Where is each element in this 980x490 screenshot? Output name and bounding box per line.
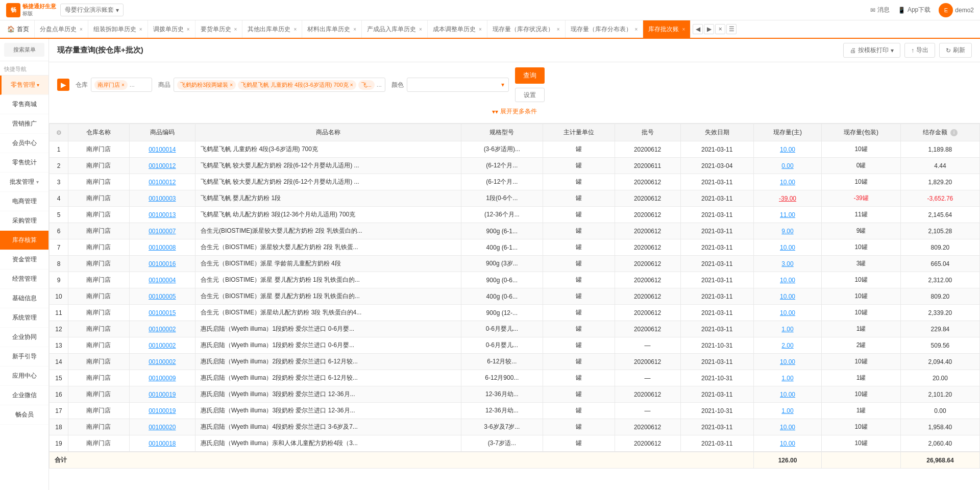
remove-product-tag-2-icon[interactable]: × <box>350 82 353 88</box>
col-settings[interactable]: ⚙ <box>50 124 68 141</box>
row-stock-main[interactable]: 10.00 <box>753 174 822 190</box>
tab-yaohuo[interactable]: 要货单历史 × <box>195 20 243 38</box>
sidebar-item-jingying[interactable]: 经营管理 <box>0 270 48 289</box>
row-stock-main[interactable]: 9.00 <box>753 223 822 239</box>
sidebar-item-qiyeweixin[interactable]: 企业微信 <box>0 386 48 405</box>
remove-warehouse-tag-icon[interactable]: × <box>121 82 125 88</box>
tab-menu-btn[interactable]: ☰ <box>726 24 737 34</box>
warehouse-filter-tags[interactable]: 南岸门店 × ... <box>91 78 152 92</box>
row-stock-main[interactable]: 1.00 <box>753 370 822 386</box>
message-btn[interactable]: ✉ 消息 <box>870 6 890 14</box>
product-filter-tags[interactable]: 飞鹤奶粉3段两罐装 × 飞鹤星飞帆 儿童奶粉 4段(3-6岁适用) 700克 ×… <box>174 78 385 92</box>
tab-home[interactable]: 🏠 首页 <box>2 20 35 38</box>
close-icon[interactable]: × <box>293 27 297 32</box>
close-icon[interactable]: × <box>682 27 685 32</box>
refresh-btn[interactable]: ↻ 刷新 <box>939 43 972 58</box>
tab-fenpan[interactable]: 分盘点单历史 × <box>35 20 88 38</box>
tab-xianzailiang1[interactable]: 现存量（库存状况表） × <box>487 20 566 38</box>
close-icon[interactable]: × <box>353 27 356 32</box>
search-menu-btn[interactable]: 搜索菜单 <box>4 43 44 57</box>
row-stock-main[interactable]: 10.00 <box>753 354 822 370</box>
tab-close-btn[interactable]: × <box>715 24 725 34</box>
sidebar-item-lingshangcheng[interactable]: 零售商城 <box>0 95 48 114</box>
warehouse-tag[interactable]: 南岸门店 × <box>94 80 128 90</box>
account-selector[interactable]: 母婴行业演示账套 ▾ <box>60 4 124 16</box>
tab-cailiaochu[interactable]: 材料出库单历史 × <box>302 20 362 38</box>
table-area: ⚙ 仓库名称 商品编码 商品名称 规格型号 主计量单位 批号 失效日期 现存量(… <box>49 124 980 490</box>
tab-zuhe[interactable]: 组装拆卸单历史 × <box>88 20 148 38</box>
row-stock-main[interactable]: 2.00 <box>753 337 822 354</box>
row-name: 合生元（BIOSTIME）派星 婴儿配方奶粉 1段 乳铁蛋白的... <box>195 272 461 288</box>
row-stock-main[interactable]: 0.00 <box>753 158 822 174</box>
sidebar-item-changyuan[interactable]: 畅会员 <box>0 405 48 425</box>
sidebar-item-dianshang[interactable]: 电商管理 <box>0 192 48 211</box>
tab-xianzailiang2[interactable]: 现存量（库存分布表） × <box>566 20 644 38</box>
row-no: 14 <box>50 354 68 370</box>
close-icon[interactable]: × <box>234 27 237 32</box>
settings-btn[interactable]: 设置 <box>515 88 545 102</box>
row-no: 7 <box>50 239 68 256</box>
filter-expand-toggle[interactable]: ▶ <box>57 79 69 91</box>
query-btn[interactable]: 查询 <box>515 67 545 84</box>
row-stock-main[interactable]: 3.00 <box>753 256 822 272</box>
product-tag-1[interactable]: 飞鹤奶粉3段两罐装 × <box>177 80 236 90</box>
row-stock-main[interactable]: 10.00 <box>753 288 822 305</box>
row-stock-main[interactable]: 10.00 <box>753 239 822 256</box>
close-icon[interactable]: × <box>419 27 422 32</box>
product-tag-2[interactable]: 飞鹤星飞帆 儿童奶粉 4段(3-6岁适用) 700克 × <box>238 80 356 90</box>
close-icon[interactable]: × <box>479 27 482 32</box>
table-row: 11 南岸门店 00100015 合生元（BIOSTIME）派星幼儿配方奶粉 3… <box>50 305 980 321</box>
tab-prev-btn[interactable]: ◀ <box>693 24 703 34</box>
row-name: 合生元(BIOSTIME)派星较大婴儿配方奶粉 2段 乳铁蛋白的... <box>195 223 461 239</box>
row-stock-main[interactable]: -39.00 <box>753 190 822 207</box>
close-icon[interactable]: × <box>139 27 142 32</box>
row-stock-main[interactable]: 1.00 <box>753 321 822 337</box>
settings-icon[interactable]: ⚙ <box>55 129 63 137</box>
sidebar-item-qiye[interactable]: 企业协同 <box>0 328 48 347</box>
row-name: 飞鹤星飞帆 较大婴儿配方奶粉 2段(6-12个月婴幼儿适用) ... <box>195 158 461 174</box>
row-stock-main[interactable]: 1.00 <box>753 403 822 419</box>
row-stock-main[interactable]: 10.00 <box>753 419 822 435</box>
row-warehouse: 南岸门店 <box>68 386 130 403</box>
color-filter-group: 颜色 ▾ <box>391 78 509 92</box>
remove-product-tag-1-icon[interactable]: × <box>230 82 233 88</box>
color-filter-box[interactable]: ▾ <box>407 78 509 92</box>
sidebar-item-xitong[interactable]: 系统管理 <box>0 308 48 328</box>
close-icon[interactable]: × <box>635 27 638 32</box>
row-stock-main[interactable]: 11.00 <box>753 207 822 223</box>
sidebar-item-yingxiao[interactable]: 营销推广 <box>0 114 48 134</box>
sidebar-item-kucun[interactable]: 库存核算 <box>0 231 48 250</box>
sidebar-item-zijin[interactable]: 资金管理 <box>0 250 48 270</box>
info-icon[interactable]: i <box>950 129 958 136</box>
product-tag-more[interactable]: 飞... <box>358 80 375 90</box>
row-stock-main[interactable]: 10.00 <box>753 305 822 321</box>
close-icon[interactable]: × <box>80 27 83 32</box>
user-avatar-area[interactable]: E demo2 <box>939 3 974 17</box>
sidebar-item-pifa[interactable]: 批发管理 ▾ <box>0 173 48 192</box>
print-btn[interactable]: 🖨 按模板打印 ▾ <box>843 43 900 58</box>
tab-chengpinru[interactable]: 产成品入库单历史 × <box>362 20 428 38</box>
sidebar-item-caigou[interactable]: 采购管理 <box>0 211 48 231</box>
sidebar-item-lingshtong[interactable]: 零售统计 <box>0 153 48 173</box>
sidebar-item-huiyuan[interactable]: 会员中心 <box>0 134 48 153</box>
sidebar-item-jichu[interactable]: 基础信息 <box>0 289 48 308</box>
app-download-btn[interactable]: 📱 App下载 <box>898 6 930 14</box>
tab-pizhukuizhang[interactable]: 库存批次账 × <box>643 20 691 38</box>
tab-qita[interactable]: 其他出库单历史 × <box>242 20 302 38</box>
sidebar-item-yingyong[interactable]: 应用中心 <box>0 366 48 386</box>
row-stock-main[interactable]: 10.00 <box>753 386 822 403</box>
close-icon[interactable]: × <box>187 27 190 32</box>
row-stock-main[interactable]: 10.00 <box>753 141 822 158</box>
row-batch: 20200612 <box>615 354 680 370</box>
row-stock-main[interactable]: 10.00 <box>753 272 822 288</box>
sidebar-item-xinshou[interactable]: 新手引导 <box>0 347 48 366</box>
sidebar-item-lingshoup[interactable]: 零售管理 ▾ <box>0 76 48 95</box>
tab-chengbentiao[interactable]: 成本调整单历史 × <box>428 20 487 38</box>
close-icon[interactable]: × <box>557 27 560 32</box>
tab-diaobo[interactable]: 调拨单历史 × <box>148 20 195 38</box>
tab-next-btn[interactable]: ▶ <box>704 24 714 34</box>
row-name: 惠氏启陆（Wyeth illuma）4段奶粉 爱尔兰进口 3-6岁及7... <box>195 419 461 435</box>
expand-more-btn[interactable]: ▾▾ 展开更多条件 <box>57 105 972 118</box>
export-btn[interactable]: ↑ 导出 <box>904 43 935 58</box>
row-stock-main[interactable]: 10.00 <box>753 435 822 452</box>
